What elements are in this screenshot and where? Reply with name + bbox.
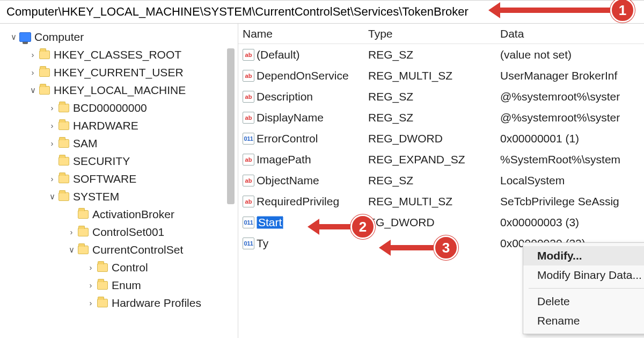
value-name: Start [257,216,283,229]
value-data: @%systemroot%\syster [500,90,644,103]
chevron-right-icon[interactable]: › [86,276,96,294]
tree-item[interactable]: ›HKEY_CLASSES_ROOT [0,46,238,63]
tree-item[interactable]: ›Control [0,258,238,276]
tree-item-label: SAM [73,134,98,152]
folder-icon [58,191,70,203]
tree-item-label: Control [112,258,148,276]
address-bar[interactable] [0,0,644,24]
reg-string-icon: ab [243,70,254,82]
chevron-right-icon[interactable]: › [47,134,57,152]
column-header-data[interactable]: Data [500,27,644,40]
folder-icon [58,173,70,185]
chevron-down-icon[interactable]: ∨ [67,241,76,258]
chevron-right-icon[interactable]: › [47,117,57,134]
value-row[interactable]: abObjectNameREG_SZLocalSystem [238,170,644,191]
chevron-right-icon[interactable]: › [86,258,96,276]
value-row[interactable]: abDisplayNameREG_SZ@%systemroot%\syster [238,107,644,128]
reg-string-icon: ab [243,175,254,186]
tree-item-label: BCD00000000 [73,99,147,117]
tree-item[interactable]: ActivationBroker [0,205,238,223]
tree-item[interactable]: ∨Computer [0,28,238,46]
chevron-right-icon[interactable]: › [28,63,38,81]
tree-item[interactable]: ›SAM [0,134,238,152]
chevron-down-icon[interactable]: ∨ [9,28,18,46]
tree-item[interactable]: ›HKEY_CURRENT_USER [0,63,238,81]
reg-dword-icon: 011 [243,133,254,145]
chevron-right-icon[interactable]: › [86,294,96,312]
reg-string-icon: ab [243,154,254,166]
value-type: REG_DWORD [368,132,500,145]
values-header-row: Name Type Data [238,24,644,44]
tree-item[interactable]: ∨SYSTEM [0,188,238,205]
value-type: REG_MULTI_SZ [368,195,500,208]
folder-icon [97,297,108,309]
chevron-right-icon[interactable]: › [28,46,38,63]
folder-icon [39,67,50,78]
chevron-right-icon[interactable]: › [67,223,76,241]
tree-item-label: HARDWARE [73,117,138,134]
value-data: 0x00000001 (1) [500,132,644,145]
tree-item[interactable]: ›ControlSet001 [0,223,238,241]
value-name: (Default) [257,48,300,61]
tree-item[interactable]: ›HARDWARE [0,117,238,134]
context-menu-delete[interactable]: Delete [523,292,644,311]
context-menu-modify[interactable]: Modify... [523,246,644,265]
tree-item[interactable]: ›BCD00000000 [0,99,238,117]
computer-icon [19,31,31,43]
value-row[interactable]: abDescriptionREG_SZ@%systemroot%\syster [238,86,644,107]
value-name: ObjectName [257,174,319,187]
value-row[interactable]: ab(Default)REG_SZ(value not set) [238,44,644,65]
folder-icon [97,262,108,274]
tree-item[interactable]: ›Hardware Profiles [0,294,238,312]
tree-item-label: Computer [34,28,84,46]
column-header-name[interactable]: Name [243,27,368,40]
tree-item[interactable]: ›Enum [0,276,238,294]
folder-icon [39,84,50,96]
context-menu-modify-binary[interactable]: Modify Binary Data... [523,265,644,285]
value-data: (value not set) [500,48,644,61]
value-data: SeTcbPrivilege SeAssig [500,195,644,208]
context-menu-rename[interactable]: Rename [523,311,644,330]
value-name: Description [257,90,313,103]
tree-item-label: SYSTEM [73,188,119,205]
tree-item[interactable]: ∨CurrentControlSet [0,241,238,258]
address-input[interactable] [4,4,640,20]
chevron-right-icon[interactable]: › [47,99,57,117]
tree-item[interactable]: ›SOFTWARE [0,170,238,188]
chevron-down-icon[interactable]: ∨ [47,188,57,205]
reg-string-icon: ab [243,49,254,61]
chevron-right-icon[interactable]: › [47,170,57,188]
tree-item-label: ActivationBroker [92,205,174,223]
value-row[interactable]: 011StartEG_DWORD0x00000003 (3) [238,212,644,233]
value-name: Ty [257,237,268,250]
value-data: LocalSystem [500,174,644,187]
value-name: DisplayName [257,111,324,124]
value-data: %SystemRoot%\system [500,153,644,166]
value-row[interactable]: abImagePathREG_EXPAND_SZ%SystemRoot%\sys… [238,149,644,170]
tree-item[interactable]: ∨HKEY_LOCAL_MACHINE [0,81,238,99]
value-type: REG_SZ [368,111,500,124]
reg-string-icon: ab [243,112,254,124]
value-data: @%systemroot%\syster [500,111,644,124]
value-row[interactable]: 011ErrorControlREG_DWORD0x00000001 (1) [238,128,644,149]
folder-icon [77,208,89,220]
value-data: 0x00000003 (3) [500,216,644,229]
tree-item-label: CurrentControlSet [92,241,183,258]
registry-tree-pane: ∨Computer›HKEY_CLASSES_ROOT›HKEY_CURRENT… [0,24,238,338]
folder-icon [77,226,89,238]
value-type: EG_DWORD [368,216,500,229]
tree-item-label: SOFTWARE [73,170,136,188]
reg-string-icon: ab [243,91,254,103]
tree-item-label: HKEY_CURRENT_USER [54,63,184,81]
value-row[interactable]: abRequiredPrivilegREG_MULTI_SZSeTcbPrivi… [238,191,644,212]
tree-item[interactable]: SECURITY [0,152,238,170]
value-name: RequiredPrivileg [257,195,339,208]
value-type: REG_SZ [368,174,500,187]
tree-scrollbar[interactable] [227,48,235,204]
column-header-type[interactable]: Type [368,27,500,40]
value-row[interactable]: abDependOnServiceREG_MULTI_SZUserManager… [238,65,644,86]
chevron-down-icon[interactable]: ∨ [28,81,38,99]
reg-dword-icon: 011 [243,238,254,249]
reg-dword-icon: 011 [243,217,254,228]
value-type: REG_SZ [368,48,500,61]
